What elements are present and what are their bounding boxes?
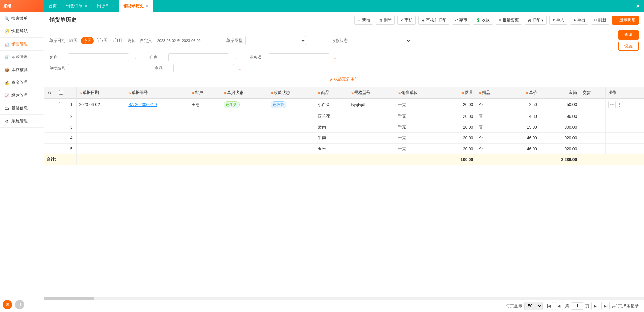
staff-ellipsis[interactable]: ... xyxy=(331,55,338,60)
shortcut-custom[interactable]: 自定义 xyxy=(139,37,153,44)
shopping-icon: 🛒 xyxy=(4,54,9,60)
col-payment-status[interactable]: ⇅收款状态 xyxy=(268,87,315,99)
pagination: 每页显示 50 100 200 |◀ ◀ 第 页 ▶ ▶| 共1页, 5条记录 xyxy=(506,302,639,310)
new-button[interactable]: ＋ 新增 xyxy=(354,16,373,25)
sidebar-item-search-menu[interactable]: 🔍 搜索菜单 xyxy=(0,12,44,25)
select-all-checkbox[interactable] xyxy=(59,90,63,95)
sidebar-item-purchase[interactable]: 🛒 采购管理 xyxy=(0,51,44,63)
customer-ellipsis[interactable]: ... xyxy=(131,55,137,60)
abandon-btn-label: 弃审 xyxy=(459,17,467,23)
col-gear[interactable]: ⚙ xyxy=(44,87,56,99)
upload-icon: ⬆ xyxy=(552,18,555,22)
page-header: 销货单历史 ＋ 新增 🗑 删除 ✓ 审核 🖨 审核并打印 ↩ 弃审 xyxy=(44,12,644,27)
sidebar-item-sys[interactable]: ⚙ 系统管理 xyxy=(0,115,44,128)
col-doc-no-label: 单据编号 xyxy=(132,90,148,95)
shortcut-1month[interactable]: 近1月 xyxy=(111,37,124,44)
page-input[interactable] xyxy=(571,302,583,310)
doc-no-link[interactable]: SA-20230602-0 xyxy=(128,102,157,107)
per-page-select[interactable]: 50 100 200 xyxy=(524,302,543,310)
sidebar-item-quick-nav[interactable]: 🧭 快捷导航 xyxy=(0,25,44,38)
first-page-btn[interactable]: |◀ xyxy=(545,302,553,310)
tab-sales-goods[interactable]: 销货单 ✕ xyxy=(92,0,119,12)
col-spec[interactable]: ⇅规格型号 xyxy=(348,87,395,99)
print-button[interactable]: 🖨 打印 ▾ xyxy=(525,16,547,25)
tab-sales-history-label: 销货单历史 xyxy=(123,3,144,9)
sidebar-label-quick-nav: 快捷导航 xyxy=(11,28,28,34)
sidebar-item-inventory[interactable]: 📦 库存核算 xyxy=(0,63,44,76)
customer-input[interactable] xyxy=(68,53,129,61)
warehouse-label: 仓库 xyxy=(149,55,166,60)
tab-sales-order[interactable]: 销售订单 ✕ xyxy=(61,0,92,12)
collapse-more-btn[interactable]: ∧ 收起更多条件 xyxy=(49,75,639,83)
theme-icon[interactable]: ☀ xyxy=(3,300,12,309)
last-page-btn[interactable]: ▶| xyxy=(601,302,610,310)
refresh-button[interactable]: ↺ 刷新 xyxy=(591,16,609,25)
col-unit[interactable]: ⇅销售单位 xyxy=(395,87,442,99)
tab-sales-history-close[interactable]: ✕ xyxy=(146,4,149,8)
pause-icon[interactable]: ⏸ xyxy=(15,300,24,309)
goods-input[interactable] xyxy=(173,64,234,72)
bar-chart-icon: 📈 xyxy=(4,93,9,98)
staff-input[interactable] xyxy=(269,53,329,61)
tab-sales-goods-close[interactable]: ✕ xyxy=(111,4,114,8)
window-close-btn[interactable]: ✕ xyxy=(632,0,644,12)
settings-button[interactable]: 设置 xyxy=(618,42,639,51)
collect-button[interactable]: 💲 收款 xyxy=(473,16,493,25)
sidebar-item-base-info[interactable]: 🗃 基础信息 xyxy=(0,102,44,115)
warehouse-ellipsis[interactable]: ... xyxy=(231,55,237,60)
horizontal-scrollbar[interactable] xyxy=(44,297,644,300)
doc-type-select[interactable] xyxy=(245,36,306,45)
col-gift[interactable]: ⇅赠品 xyxy=(476,87,508,99)
delete-button[interactable]: 🗑 删除 xyxy=(376,16,395,25)
col-customer[interactable]: ⇅客户 xyxy=(189,87,221,99)
row-unit: 千克 xyxy=(395,111,442,122)
col-unit-label: 销售单位 xyxy=(401,90,418,95)
goods-label: 商品 xyxy=(155,66,171,71)
next-page-btn[interactable]: ▶ xyxy=(591,302,599,310)
col-action-label: 操作 xyxy=(608,90,616,95)
prev-page-btn[interactable]: ◀ xyxy=(555,302,563,310)
refresh-icon: ↺ xyxy=(594,18,597,22)
import-button[interactable]: ⬆ 导入 xyxy=(549,16,567,25)
payment-status-select[interactable] xyxy=(351,36,411,45)
shortcut-more[interactable]: 更多 xyxy=(126,37,137,44)
audit-button[interactable]: ✓ 审核 xyxy=(397,16,416,25)
col-doc-date[interactable]: ⇅单据日期 xyxy=(76,87,125,99)
shortcut-yesterday[interactable]: 昨天 xyxy=(68,37,79,44)
date-filter: 单据日期 昨天 今天 近7天 近1月 更多 自定义 2023-06-02 至 2… xyxy=(49,37,201,44)
tab-home[interactable]: 首页 xyxy=(44,0,61,12)
goods-filter: 商品 ... xyxy=(155,64,243,72)
goods-ellipsis[interactable]: ... xyxy=(236,66,243,71)
edit-action-btn[interactable]: ✏ xyxy=(608,101,616,108)
col-qty[interactable]: ⇅数量 xyxy=(442,87,476,99)
more-action-btn[interactable]: ⋮ xyxy=(616,101,623,108)
col-checkbox[interactable] xyxy=(56,87,66,99)
row-checkbox[interactable] xyxy=(59,102,63,106)
col-doc-no[interactable]: ⇅单据编号 xyxy=(125,87,189,99)
tab-sales-order-close[interactable]: ✕ xyxy=(84,4,87,8)
shortcut-today[interactable]: 今天 xyxy=(81,37,94,44)
col-unit-price[interactable]: ⇅单价 xyxy=(508,87,540,99)
abandon-button[interactable]: ↩ 弃审 xyxy=(452,16,470,25)
row-goods: 牛肉 xyxy=(315,133,348,144)
row-doc-date xyxy=(76,144,125,154)
tab-sales-history[interactable]: 销货单历史 ✕ xyxy=(119,0,153,12)
show-detail-button[interactable]: ☰ 显示明细 xyxy=(612,16,639,25)
row-doc-no xyxy=(125,111,189,122)
doc-type-filter: 单据类型 xyxy=(226,36,306,45)
warehouse-input[interactable] xyxy=(168,53,229,61)
tab-sales-order-label: 销售订单 xyxy=(66,3,82,9)
audit-print-button[interactable]: 🖨 审核并打印 xyxy=(418,16,449,25)
export-button[interactable]: ⬇ 导出 xyxy=(570,16,588,25)
sidebar-item-finance[interactable]: 💰 资金管理 xyxy=(0,76,44,89)
col-amount[interactable]: 金额 xyxy=(540,87,580,99)
col-goods[interactable]: ⇅商品 xyxy=(315,87,348,99)
batch-change-button[interactable]: ✏ 批量变更 xyxy=(496,16,522,25)
sidebar-item-sales[interactable]: 📊 销售管理 xyxy=(0,38,44,51)
row-unit-price: 15.00 xyxy=(508,122,540,133)
col-doc-status[interactable]: ⇅单据状态 xyxy=(221,87,268,99)
sidebar-item-ops[interactable]: 📈 经营管理 xyxy=(0,89,44,102)
query-button[interactable]: 查询 xyxy=(618,30,639,40)
shortcut-7days[interactable]: 近7天 xyxy=(96,37,109,44)
doc-no-input[interactable] xyxy=(68,64,142,72)
